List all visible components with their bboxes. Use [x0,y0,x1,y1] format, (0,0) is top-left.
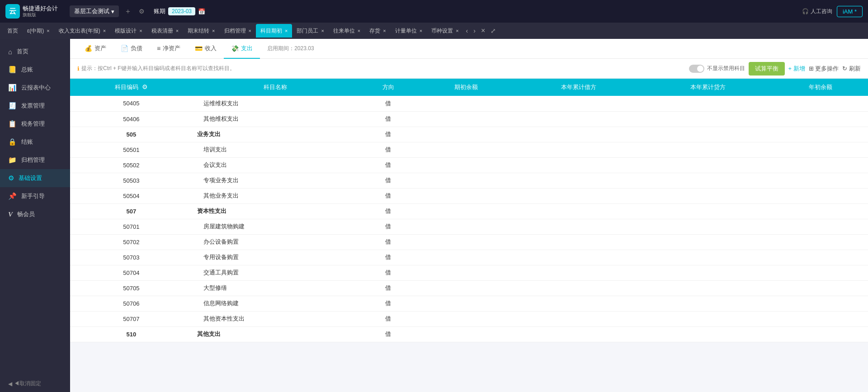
period-info: 启用期间：2023.03 [267,45,314,52]
tab-archive[interactable]: 归档管理 × [220,24,256,38]
table-row[interactable]: 50701 房屋建筑物购建 借 [70,219,868,234]
sub-tab-income[interactable]: 💳 收入 [188,39,224,59]
add-button[interactable]: + 新增 [788,65,805,73]
sub-tab-expenditure[interactable]: 💸 支出 [224,39,260,59]
tab-close-icon[interactable]: × [420,28,422,33]
refresh-button[interactable]: ↻ 刷新 [842,65,861,73]
table-row[interactable]: 50504 其他业务支出 借 [70,188,868,203]
tab-period-end[interactable]: 期末结转 × [183,24,219,38]
calendar-icon[interactable]: 📅 [198,8,205,15]
sidebar-item-closing[interactable]: 🔒 结账 [0,133,70,151]
tab-next-button[interactable]: › [471,27,478,34]
sub-tab-net-assets[interactable]: ≡ 净资产 [150,39,188,59]
sidebar-item-report[interactable]: 📊 云报表中心 [0,79,70,97]
column-settings-icon[interactable]: ⚙ [142,83,148,90]
table-row[interactable]: 505 业务支出 借 [70,127,868,142]
cell-year-debit [514,311,643,326]
account-button[interactable]: iAM * [837,6,863,17]
cell-year-balance [773,188,868,203]
tab-close-icon[interactable]: × [321,28,324,33]
cell-direction: 借 [358,142,419,157]
cell-year-credit [643,326,773,342]
cell-year-credit [643,250,773,265]
table-row[interactable]: 507 资本性支出 借 [70,203,868,219]
sidebar-item-invoice[interactable]: 🧾 发票管理 [0,97,70,115]
sub-tab-liabilities[interactable]: 📄 负债 [113,39,150,59]
cell-year-credit [643,188,773,203]
table-row[interactable]: 50704 交通工具购置 借 [70,265,868,280]
tax-icon: 📋 [8,120,17,128]
company-selector[interactable]: 基层工会测试 ▾ [70,5,119,17]
table-row[interactable]: 50503 专项业务支出 借 [70,173,868,188]
tab-close-icon[interactable]: × [358,28,360,33]
table-row[interactable]: 50703 专用设备购置 借 [70,250,868,265]
table-row[interactable]: 50707 其他资本性支出 借 [70,311,868,326]
table-row[interactable]: 50706 信息网络购建 借 [70,296,868,311]
tab-close-icon[interactable]: × [176,28,179,33]
tab-label: 存货 [369,27,380,35]
sidebar-item-home[interactable]: ⌂ 首页 [0,43,70,61]
sidebar-item-guide[interactable]: 📌 新手引导 [0,187,70,205]
tab-close-icon[interactable]: × [103,28,106,33]
tab-label: 期末结转 [188,27,209,35]
tab-home[interactable]: 首页 [3,24,23,38]
tab-expand-icon[interactable]: ⤢ [488,27,499,34]
table-row[interactable]: 50501 培训支出 借 [70,142,868,157]
calc-balance-button[interactable]: 试算平衡 [749,62,785,76]
more-operations-button[interactable]: ⊞ 更多操作 [809,65,839,73]
tab-close-icon[interactable]: × [285,28,288,33]
table-row[interactable]: 50705 大型修缮 借 [70,280,868,296]
cell-direction: 借 [358,311,419,326]
sidebar-item-ledger[interactable]: 📒 总账 [0,61,70,79]
tab-inventory[interactable]: 存货 × [365,24,390,38]
cell-direction: 借 [358,157,419,173]
cell-direction: 借 [358,234,419,250]
headphone-icon: 🎧 [802,8,809,14]
tab-income[interactable]: 收入支出表(年报) × [54,24,110,38]
company-name: 基层工会测试 [74,7,109,15]
col-opening: 期初余额 [419,79,514,96]
sidebar-item-settings[interactable]: ⚙ 基础设置 [0,169,70,187]
toggle-track[interactable] [689,65,704,73]
table-row[interactable]: 50502 会议支出 借 [70,157,868,173]
settings-icon[interactable]: ⚙ [139,8,145,15]
tab-currency[interactable]: 币种设置 × [427,24,463,38]
tab-close-icon[interactable]: × [47,28,49,33]
sub-tab-assets[interactable]: 💰 资产 [77,39,113,59]
table-row[interactable]: 50406 其他维权支出 借 [70,111,868,127]
tab-label: 首页 [7,27,18,35]
table-row[interactable]: 510 其他支出 借 [70,326,868,342]
tab-close-icon[interactable]: × [139,28,142,33]
sidebar-item-tax[interactable]: 📋 税务管理 [0,115,70,133]
sidebar-item-archive[interactable]: 📁 归档管理 [0,151,70,169]
help-button[interactable]: 🎧 人工咨询 [802,8,832,15]
cell-name: 其他支出 [193,326,358,342]
table-row[interactable]: 50405 运维维权支出 借 [70,96,868,111]
tab-template[interactable]: 模版设计 × [110,24,146,38]
sidebar-item-member[interactable]: V 畅会员 [0,205,70,223]
tab-dept[interactable]: 部门员工 × [292,24,328,38]
tab-unit[interactable]: 计量单位 × [391,24,427,38]
tab-close-icon[interactable]: × [212,28,215,33]
income-icon: 💳 [195,45,203,52]
toggle-disabled-subjects[interactable]: 不显示禁用科目 [689,65,745,73]
cell-year-debit [514,188,643,203]
tab-tax[interactable]: 税表清册 × [147,24,183,38]
tab-close-all-button[interactable]: × [478,27,488,35]
tab-contacts[interactable]: 往来单位 × [329,24,365,38]
add-tab-button[interactable]: ＋ [124,7,132,16]
sub-tab-label: 负债 [131,44,142,52]
sidebar-collapse-button[interactable]: ◀ ◀取消固定 [0,375,70,392]
tab-label: 计量单位 [395,27,417,35]
tab-interim[interactable]: ε(中期) × [23,24,54,38]
sidebar-item-label: 新手引导 [21,192,45,200]
tab-subject-period[interactable]: 科目期初 × [256,24,292,38]
liabilities-icon: 📄 [121,45,128,52]
tab-close-icon[interactable]: × [249,28,251,33]
tab-prev-button[interactable]: ‹ [463,27,471,34]
tab-close-icon[interactable]: × [383,28,386,33]
tab-close-icon[interactable]: × [456,28,458,33]
sidebar: ⌂ 首页 📒 总账 📊 云报表中心 🧾 发票管理 📋 税务管理 🔒 结账 📁 归… [0,39,70,392]
table-row[interactable]: 50702 办公设备购置 借 [70,234,868,250]
guide-icon: 📌 [8,192,17,200]
